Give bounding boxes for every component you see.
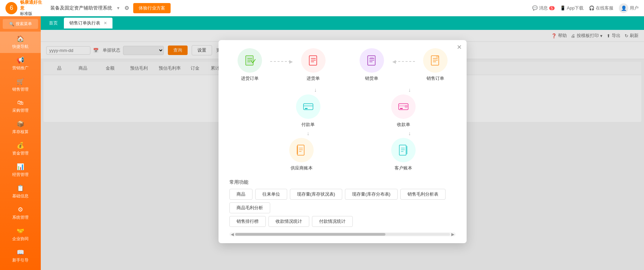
purchase-order-icon (238, 48, 262, 73)
flow-node-purchase-bill[interactable]: 进货单 (293, 48, 334, 82)
flow-col-sales: 销货单 ▶ (351, 48, 456, 171)
svg-rect-31 (406, 146, 407, 154)
arrow-h-2: ▶ (392, 59, 415, 71)
common-buttons-row1: 商品 往来单位 现存量(库存状况表) 现存量(库存分布表) 销售毛利分析表 商品… (229, 189, 456, 213)
main-layout: 🔍 搜索菜单 🏠 快捷导航 📢 营销推广 🛒 销售管理 🛍 采购管理 (0, 16, 644, 270)
arrow-down-customer: ↓ (408, 129, 411, 138)
svg-rect-12 (297, 146, 298, 154)
guide-icon: 📖 (17, 249, 24, 256)
experience-button[interactable]: 体验行业方案 (133, 3, 171, 13)
svg-rect-20 (370, 57, 373, 58)
purchase-bill-icon (301, 48, 326, 73)
common-btn-stock-dist[interactable]: 现存量(库存分布表) (345, 189, 398, 200)
common-btn-sales-rank[interactable]: 销售排行榜 (229, 216, 266, 227)
common-btn-goods-margin[interactable]: 商品毛利分析 (229, 202, 270, 213)
tab-sales-order-exec[interactable]: 销售订单执行表 ✕ (64, 18, 112, 29)
inventory-icon: 📦 (17, 120, 24, 128)
message-badge: 5 (549, 6, 555, 10)
system-icon: ⚙ (18, 206, 23, 213)
top-bar: 6 畅康通好生意 标准版 装备及固定资产辅助管理系统 ▼ ⚙ 体验行业方案 💬 … (0, 0, 644, 16)
modal-overlay[interactable]: ✕ (41, 30, 644, 270)
sidebar-item-finance[interactable]: 💰 资金管理 (0, 138, 41, 160)
common-btn-stock-status[interactable]: 现存量(库存状况表) (290, 189, 343, 200)
download-icon: 📱 (560, 5, 565, 11)
tab-home[interactable]: 首页 (43, 18, 63, 29)
customer-ledger-icon (391, 138, 416, 162)
payment-label: 付款单 (301, 122, 315, 128)
svg-point-29 (405, 105, 407, 108)
search-icon: 🔍 (9, 22, 14, 26)
scrollbar-thumb[interactable] (235, 233, 385, 236)
sidebar-item-quick-nav[interactable]: 🏠 快捷导航 (0, 32, 41, 53)
modal-close-button[interactable]: ✕ (457, 43, 462, 51)
svg-rect-28 (400, 108, 403, 109)
message-button[interactable]: 💬 消息 5 (532, 5, 555, 11)
sales-order-label: 销售订单 (427, 75, 444, 82)
common-btn-receipt-stats[interactable]: 收款情况统计 (268, 216, 309, 227)
arrow-down-payment: ↓ (314, 86, 317, 94)
common-btn-sales-margin[interactable]: 销售毛利分析表 (400, 189, 446, 200)
sidebar-item-marketing[interactable]: 📢 营销推广 (0, 53, 41, 74)
flow-node-customer-ledger[interactable]: 客户账本 (383, 138, 424, 171)
search-menu-button[interactable]: 🔍 搜索菜单 (3, 19, 38, 29)
sidebar-item-basic-info[interactable]: 📋 基础信息 (0, 181, 41, 202)
online-service-button[interactable]: 🎧 在线客服 (589, 5, 613, 11)
svg-rect-4 (309, 56, 317, 65)
scrollbar-track (235, 233, 450, 236)
logo-icon: 6 (5, 2, 17, 14)
sales-order-icon (423, 48, 448, 73)
sales-bill-icon (360, 48, 384, 73)
flow-node-sales-order[interactable]: 销售订单 (415, 48, 456, 82)
dropdown-arrow-icon[interactable]: ▼ (116, 6, 120, 11)
flow-node-payment[interactable]: 付款单 (288, 94, 329, 128)
supplier-ledger-icon (289, 138, 314, 162)
sidebar-item-operations[interactable]: 📊 经营管理 (0, 160, 41, 181)
svg-rect-25 (436, 56, 439, 58)
page-content: ❓ 帮助 🖨 按模板打印 ▾ ⬆ 导出 ↻ 刷新 (41, 30, 644, 270)
tab-close-icon[interactable]: ✕ (104, 21, 107, 25)
scroll-left-icon[interactable]: ◀ (229, 232, 235, 237)
sidebar-item-purchase[interactable]: 🛍 采购管理 (0, 96, 41, 117)
top-bar-left: 6 畅康通好生意 标准版 装备及固定资产辅助管理系统 ▼ ⚙ 体验行业方案 (5, 0, 171, 16)
arrow-h-1: ▶ (270, 59, 293, 71)
sidebar-item-collab[interactable]: 🤝 企业协同 (0, 224, 41, 245)
home-icon: 🏠 (17, 35, 24, 42)
logo-area: 6 畅康通好生意 标准版 (5, 0, 46, 16)
system-name: 装备及固定资产辅助管理系统 (50, 5, 112, 11)
svg-rect-9 (303, 105, 313, 107)
marketing-icon: 📢 (17, 56, 24, 64)
common-functions-section: 常用功能 商品 往来单位 现存量(库存状况表) 现存量(库存分布表) 销售毛利分… (229, 179, 456, 227)
quick-nav-modal: ✕ (219, 40, 467, 243)
common-functions-title: 常用功能 (229, 179, 456, 185)
sidebar-search-area: 🔍 搜索菜单 (0, 16, 41, 32)
modal-scrollbar[interactable]: ◀ ▶ (229, 232, 456, 236)
svg-rect-11 (297, 145, 304, 155)
sidebar-item-guide[interactable]: 📖 新手引导 (0, 245, 41, 267)
flow-node-sales-bill[interactable]: 销货单 (351, 48, 392, 82)
common-btn-payment-stats[interactable]: 付款情况统计 (312, 216, 353, 227)
common-btn-goods[interactable]: 商品 (229, 189, 253, 200)
common-btn-partners[interactable]: 往来单位 (255, 189, 287, 200)
settings-button[interactable]: ⚙ (124, 5, 129, 11)
user-menu-button[interactable]: 👤 用户 (619, 3, 639, 13)
flow-node-purchase-order[interactable]: 进货订单 (229, 48, 270, 82)
svg-rect-0 (246, 56, 253, 65)
scroll-right-icon[interactable]: ▶ (450, 232, 456, 237)
common-buttons-row2: 销售排行榜 收款情况统计 付款情况统计 (229, 216, 456, 227)
content-area: 首页 销售订单执行表 ✕ ❓ 帮助 🖨 按模板打印 (41, 16, 644, 270)
arrow-down-supplier: ↓ (307, 129, 310, 138)
receipt-icon (391, 94, 416, 119)
top-bar-right: 💬 消息 5 📱 App下载 🎧 在线客服 👤 用户 (532, 3, 639, 13)
sidebar-item-system[interactable]: ⚙ 系统管理 (0, 202, 41, 224)
message-icon: 💬 (532, 5, 538, 11)
sidebar-item-inventory[interactable]: 📦 库存核算 (0, 117, 41, 138)
flow-node-supplier-ledger[interactable]: 供应商账本 (281, 138, 322, 171)
sales-bill-label: 销货单 (365, 75, 378, 82)
tab-bar: 首页 销售订单执行表 ✕ (41, 16, 644, 30)
sidebar-item-sales[interactable]: 🛒 销售管理 (0, 74, 41, 96)
avatar: 👤 (619, 3, 628, 13)
payment-icon (296, 94, 320, 119)
app-download-button[interactable]: 📱 App下载 (560, 5, 584, 11)
supplier-ledger-label: 供应商账本 (291, 165, 313, 171)
flow-node-receipt[interactable]: 收款单 (383, 94, 424, 128)
